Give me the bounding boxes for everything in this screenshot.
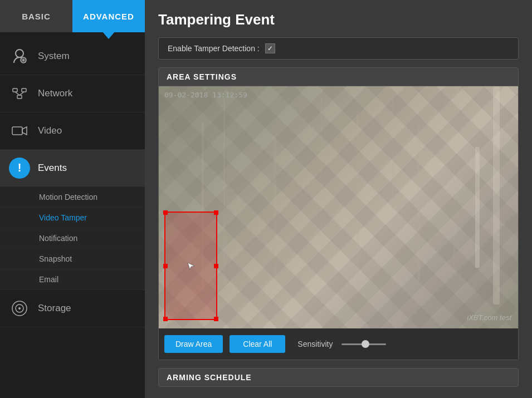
sidebar-item-system[interactable]: System — [0, 38, 145, 75]
sidebar-item-video[interactable]: Video — [0, 112, 145, 150]
cursor — [187, 262, 196, 271]
sidebar-item-motion-detection[interactable]: Motion Detection — [0, 187, 145, 208]
sidebar-item-network-label: Network — [38, 88, 72, 99]
camera-watermark: iXBT.com test — [467, 313, 511, 322]
sidebar-item-video-label: Video — [38, 125, 62, 136]
area-settings-header: AREA SETTINGS — [159, 68, 518, 86]
sidebar-item-snapshot[interactable]: Snapshot — [0, 249, 145, 269]
svg-point-13 — [18, 307, 21, 309]
camera-timestamp: 09-02-2018 13:12:59 — [164, 91, 247, 99]
handle-mid-right[interactable] — [214, 264, 218, 268]
sub-nav: Motion Detection Video Tamper Notificati… — [0, 187, 145, 290]
tab-bar: BASIC ADVANCED — [0, 0, 145, 32]
handle-bottom-left[interactable] — [163, 317, 168, 321]
slider-track — [341, 343, 386, 345]
sidebar-item-email[interactable]: Email — [0, 269, 145, 290]
camera-view: 09-02-2018 13:12:59 iXBT.com test — [159, 86, 518, 328]
draw-area-button[interactable]: Draw Area — [164, 335, 223, 353]
sensitivity-slider[interactable] — [341, 343, 386, 345]
sidebar-item-video-tamper[interactable]: Video Tamper — [0, 208, 145, 228]
svg-rect-3 — [13, 89, 17, 92]
enable-tamper-checkbox[interactable]: ✓ — [265, 43, 275, 53]
arming-schedule-header: ARMING SCHEDULE — [159, 368, 518, 386]
svg-text:!: ! — [18, 161, 22, 174]
svg-rect-4 — [22, 89, 26, 92]
handle-bottom-right[interactable] — [214, 317, 218, 321]
enable-tamper-label: Enable Tamper Detection : — [168, 44, 260, 53]
svg-rect-2 — [17, 95, 22, 99]
action-bar: Draw Area Clear All Sensitivity — [159, 328, 518, 360]
svg-line-5 — [15, 92, 19, 95]
svg-rect-7 — [12, 127, 22, 135]
enable-tamper-row: Enable Tamper Detection : ✓ — [158, 37, 519, 60]
area-settings-panel: AREA SETTINGS 09-02-2018 13:12:59 — [158, 67, 519, 360]
sidebar-item-events[interactable]: ! Events — [0, 150, 145, 187]
sidebar-nav: System Network — [0, 38, 145, 398]
camera-background: 09-02-2018 13:12:59 iXBT.com test — [159, 86, 518, 328]
sensitivity-label: Sensitivity — [297, 340, 333, 348]
sidebar-item-system-label: System — [38, 51, 70, 62]
slider-thumb[interactable] — [362, 340, 369, 348]
sidebar-item-events-label: Events — [38, 163, 67, 174]
system-icon — [9, 46, 30, 67]
svg-line-6 — [19, 92, 24, 95]
handle-mid-left[interactable] — [163, 264, 168, 268]
sidebar-item-network[interactable]: Network — [0, 75, 145, 112]
clear-all-button[interactable]: Clear All — [230, 335, 285, 353]
video-icon — [9, 120, 30, 141]
handle-top-right[interactable] — [214, 210, 218, 215]
sidebar-item-storage-label: Storage — [38, 303, 71, 314]
svg-point-0 — [16, 50, 23, 57]
sidebar-item-notification[interactable]: Notification — [0, 228, 145, 249]
svg-marker-8 — [22, 127, 27, 135]
page-title: Tampering Event — [158, 11, 519, 28]
events-icon: ! — [9, 158, 30, 179]
sidebar-item-storage[interactable]: Storage — [0, 290, 145, 327]
arming-schedule-panel: ARMING SCHEDULE — [158, 368, 519, 387]
sidebar: BASIC ADVANCED System — [0, 0, 145, 398]
storage-icon — [9, 298, 30, 319]
tab-advanced[interactable]: ADVANCED — [72, 0, 145, 32]
network-icon — [9, 83, 30, 104]
main-content: Tampering Event Enable Tamper Detection … — [145, 0, 532, 398]
handle-top-left[interactable] — [163, 210, 168, 215]
tab-basic[interactable]: BASIC — [0, 0, 72, 32]
